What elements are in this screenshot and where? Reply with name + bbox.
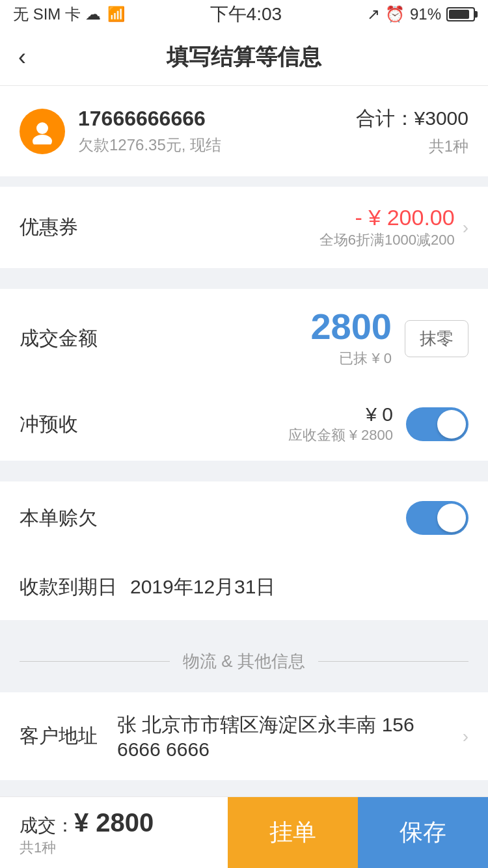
back-button[interactable]: ‹ <box>18 44 26 71</box>
avatar <box>20 109 65 154</box>
status-left: 无 SIM 卡 ☁ 📶 <box>13 4 125 25</box>
precharge-label: 冲预收 <box>20 411 78 438</box>
address-label: 客户地址 <box>20 723 98 750</box>
battery-icon <box>446 7 475 21</box>
customer-phone: 17666666666 <box>78 107 221 131</box>
precharge-sub: 应收金额 ¥ 2800 <box>288 426 393 445</box>
transaction-section: 成交金额 2800 已抹 ¥ 0 抹零 冲预收 ¥ 0 应收金额 ¥ 2800 <box>0 289 488 461</box>
logistics-text: 物流 & 其他信息 <box>183 650 305 673</box>
bottom-amount: ¥ 2800 <box>74 808 154 837</box>
amount-label: 成交金额 <box>20 325 98 352</box>
wifi-icon: 📶 <box>107 6 125 23</box>
svg-point-1 <box>33 135 52 144</box>
gps-icon: ↗ <box>367 5 380 23</box>
debt-toggle-knob <box>437 504 466 532</box>
divider-2 <box>0 471 488 481</box>
date-label: 收款到期日 <box>20 574 117 601</box>
hang-button[interactable]: 挂单 <box>228 797 358 869</box>
bottom-bar: 成交：¥ 2800 共1种 挂单 保存 <box>0 796 488 868</box>
debt-toggle[interactable] <box>406 501 468 535</box>
debt-row: 本单赊欠 <box>0 481 488 554</box>
amount-value: 2800 <box>310 308 392 345</box>
status-bar: 无 SIM 卡 ☁ 📶 下午4:03 ↗ ⏰ 91% <box>0 0 488 29</box>
coupon-amount: - ¥ 200.00 <box>319 205 455 230</box>
bottom-count: 共1种 <box>20 838 208 858</box>
debt-label: 本单赊欠 <box>20 505 98 532</box>
total-amount: 合计：¥3000 <box>356 105 468 132</box>
alarm-icon: ⏰ <box>385 5 405 23</box>
coupon-label: 优惠券 <box>20 214 78 241</box>
amount-sub: 已抹 ¥ 0 <box>310 349 392 368</box>
page-title: 填写结算等信息 <box>167 42 321 72</box>
precharge-amount: ¥ 0 <box>288 403 393 426</box>
divider-1 <box>0 278 488 289</box>
content: 17666666666 欠款1276.35元, 现结 合计：¥3000 共1种 … <box>0 86 488 858</box>
debt-section: 本单赊欠 收款到期日 2019年12月31日 <box>0 481 488 620</box>
coupon-desc: 全场6折满1000减200 <box>319 230 455 250</box>
date-value: 2019年12月31日 <box>130 574 275 601</box>
battery-percentage: 91% <box>410 5 441 23</box>
sim-label: 无 SIM 卡 ☁ <box>13 4 101 25</box>
address-row[interactable]: 客户地址 张 北京市市辖区海淀区永丰南 156 6666 6666 › <box>0 692 488 780</box>
round-button[interactable]: 抹零 <box>405 320 468 357</box>
precharge-row: 冲预收 ¥ 0 应收金额 ¥ 2800 <box>0 388 488 461</box>
status-right: ↗ ⏰ 91% <box>367 5 475 23</box>
status-time: 下午4:03 <box>210 2 282 27</box>
customer-card: 17666666666 欠款1276.35元, 现结 合计：¥3000 共1种 <box>0 86 488 176</box>
customer-debt: 欠款1276.35元, 现结 <box>78 135 221 156</box>
total-count: 共1种 <box>356 136 468 157</box>
precharge-toggle[interactable] <box>406 407 468 441</box>
address-value: 张 北京市市辖区海淀区永丰南 156 6666 6666 <box>117 712 463 761</box>
bottom-prefix: 成交： <box>20 815 74 835</box>
logistics-divider: 物流 & 其他信息 <box>0 631 488 692</box>
toggle-knob <box>437 410 466 439</box>
bottom-summary: 成交：¥ 2800 共1种 <box>0 808 228 858</box>
amount-row: 成交金额 2800 已抹 ¥ 0 抹零 <box>0 289 488 388</box>
save-button[interactable]: 保存 <box>358 797 488 869</box>
coupon-row[interactable]: 优惠券 - ¥ 200.00 全场6折满1000减200 › <box>0 187 488 268</box>
header: ‹ 填写结算等信息 <box>0 29 488 86</box>
svg-point-0 <box>36 122 48 134</box>
chevron-right-icon: › <box>463 217 468 238</box>
date-row: 收款到期日 2019年12月31日 <box>0 554 488 620</box>
address-chevron-icon: › <box>463 726 468 747</box>
